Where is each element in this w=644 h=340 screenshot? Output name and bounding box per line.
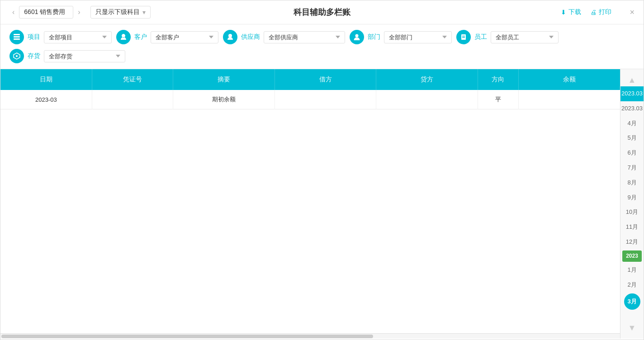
- download-button[interactable]: ⬇ 下载: [561, 8, 581, 16]
- sidebar-month-item[interactable]: 12月: [620, 235, 644, 250]
- bottom-scrollbar[interactable]: [0, 333, 620, 339]
- table-header-row: 日期 凭证号 摘要 借方 贷方 方向 余额: [0, 69, 620, 90]
- cell-voucher: [92, 90, 173, 109]
- cell-summary: 期初余额: [173, 90, 275, 109]
- content-area: 日期 凭证号 摘要 借方 贷方 方向 余额 2023-03期初余额平 ▲ 202…: [0, 69, 644, 339]
- sidebar-month-item[interactable]: 2023: [622, 250, 642, 262]
- cell-date: 2023-03: [0, 90, 92, 109]
- svg-rect-2: [14, 38, 20, 40]
- department-icon: [350, 30, 364, 44]
- supplier-select[interactable]: 全部供应商: [264, 31, 345, 43]
- top-actions: ⬇ 下载 🖨 打印 ×: [561, 8, 635, 17]
- project-label: 项目: [28, 33, 40, 41]
- filter-group-inventory: 存货 全部存货: [9, 49, 125, 63]
- col-debit: 借方: [275, 69, 376, 90]
- close-button[interactable]: ×: [630, 8, 635, 17]
- filter-group-supplier: 供应商 全部供应商: [223, 30, 345, 44]
- show-sub-dropdown[interactable]: 只显示下级科目 ▾: [90, 6, 151, 19]
- filter-group-department: 部门 全部部门: [350, 30, 452, 44]
- show-sub-label: 只显示下级科目: [95, 8, 140, 16]
- filter-group-project: 项目 全部项目: [9, 30, 112, 44]
- inventory-select[interactable]: 全部存货: [44, 50, 125, 62]
- supplier-icon: [223, 30, 237, 44]
- download-label: 下载: [568, 8, 581, 16]
- next-account-button[interactable]: ›: [75, 7, 83, 17]
- employee-icon: [456, 30, 471, 44]
- sidebar-month-item[interactable]: 6月: [620, 146, 644, 161]
- cell-direction: 平: [478, 90, 519, 109]
- sidebar-month-item[interactable]: 2023.03: [620, 101, 644, 116]
- print-label: 打印: [599, 8, 611, 16]
- download-icon: ⬇: [561, 9, 566, 16]
- print-icon: 🖨: [590, 9, 597, 16]
- table-scroll-area[interactable]: 日期 凭证号 摘要 借方 贷方 方向 余额 2023-03期初余额平: [0, 69, 620, 333]
- print-button[interactable]: 🖨 打印: [590, 8, 611, 16]
- svg-rect-0: [14, 34, 20, 35]
- department-label: 部门: [368, 33, 380, 41]
- sidebar-month-item[interactable]: 11月: [620, 220, 644, 235]
- employee-select[interactable]: 全部员工: [491, 31, 559, 43]
- employee-label: 员工: [474, 33, 487, 41]
- customer-label: 客户: [134, 33, 147, 41]
- department-select[interactable]: 全部部门: [384, 31, 452, 43]
- customer-select[interactable]: 全部客户: [151, 31, 218, 43]
- prev-account-button[interactable]: ‹: [9, 7, 17, 17]
- right-sidebar: ▲ 2023.032023.034月5月6月7月8月9月10月11月12月202…: [620, 69, 644, 339]
- col-date: 日期: [0, 69, 92, 90]
- sidebar-month-item[interactable]: 9月: [620, 190, 644, 205]
- inventory-label: 存货: [28, 52, 40, 60]
- supplier-label: 供应商: [241, 33, 260, 41]
- main-window: ‹ 6601 销售费用 › 只显示下级科目 ▾ 科目辅助多栏账 ⬇ 下载 🖨 打…: [0, 0, 644, 340]
- table-row: 2023-03期初余额平: [0, 90, 620, 109]
- sidebar-month-item[interactable]: 2月: [620, 278, 644, 293]
- sidebar-month-item[interactable]: 4月: [620, 116, 644, 131]
- inventory-icon: [9, 49, 24, 63]
- col-direction: 方向: [478, 69, 519, 90]
- col-voucher: 凭证号: [92, 69, 173, 90]
- sidebar-down-arrow[interactable]: ▼: [624, 321, 640, 334]
- cell-debit: [275, 90, 376, 109]
- scrollbar-thumb: [1, 335, 373, 338]
- sidebar-month-item[interactable]: 5月: [620, 131, 644, 146]
- svg-point-4: [355, 34, 359, 38]
- sidebar-month-item[interactable]: 8月: [620, 175, 644, 190]
- filter-group-customer: 客户 全部客户: [116, 30, 218, 44]
- project-select[interactable]: 全部项目: [44, 31, 112, 43]
- svg-rect-1: [14, 36, 20, 38]
- customer-icon: [116, 30, 131, 44]
- chevron-down-icon: ▾: [142, 9, 146, 16]
- sidebar-month-item[interactable]: 1月: [620, 263, 644, 278]
- sidebar-month-item[interactable]: 10月: [620, 205, 644, 220]
- col-summary: 摘要: [173, 69, 275, 90]
- sidebar-month-item[interactable]: 3月: [624, 293, 640, 310]
- top-bar: ‹ 6601 销售费用 › 只显示下级科目 ▾ 科目辅助多栏账 ⬇ 下载 🖨 打…: [0, 0, 644, 24]
- page-title: 科目辅助多栏账: [294, 7, 350, 18]
- svg-point-3: [228, 34, 232, 38]
- ledger-table: 日期 凭证号 摘要 借方 贷方 方向 余额 2023-03期初余额平: [0, 69, 620, 109]
- cell-balance: [518, 90, 620, 109]
- account-code-display: 6601 销售费用: [19, 6, 73, 19]
- sidebar-month-item[interactable]: 2023.03: [620, 86, 644, 101]
- filter-bar: 项目 全部项目 客户 全部客户 供应商 全部供应商: [0, 24, 644, 69]
- col-balance: 余额: [518, 69, 620, 90]
- svg-rect-7: [462, 37, 465, 38]
- sidebar-month-item[interactable]: 7月: [620, 161, 644, 175]
- project-icon: [9, 30, 24, 44]
- col-credit: 贷方: [376, 69, 478, 90]
- svg-rect-6: [462, 36, 465, 37]
- cell-credit: [376, 90, 478, 109]
- filter-group-employee: 员工 全部员工: [456, 30, 559, 44]
- svg-point-8: [16, 55, 18, 57]
- sidebar-up-arrow[interactable]: ▲: [624, 74, 640, 86]
